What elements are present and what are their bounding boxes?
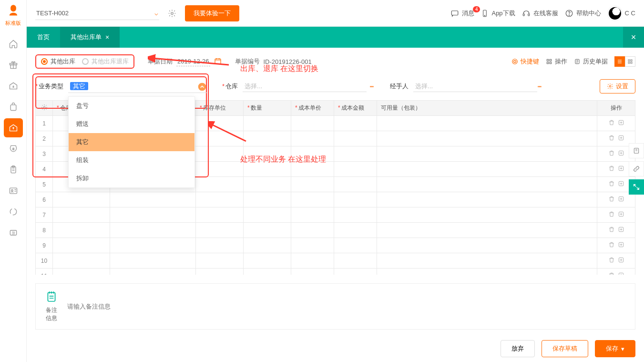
shortcut-link[interactable]: 快捷键 — [511, 57, 539, 66]
add-icon[interactable] — [618, 228, 624, 234]
delete-icon[interactable] — [608, 197, 615, 204]
save-button[interactable]: 保存▾ — [595, 340, 635, 357]
calendar-icon[interactable] — [214, 57, 222, 66]
delete-icon[interactable] — [608, 166, 615, 173]
messages-badge: 4 — [473, 6, 480, 12]
radio-other-out[interactable]: 其他出库 — [41, 57, 75, 66]
svg-rect-21 — [547, 59, 549, 61]
svg-rect-29 — [631, 62, 632, 63]
user-menu[interactable]: C C — [608, 6, 635, 21]
add-icon[interactable] — [618, 197, 624, 204]
add-icon[interactable] — [618, 243, 624, 249]
tool-note[interactable] — [629, 143, 644, 158]
nav-money[interactable] — [4, 139, 23, 158]
remarks-section: 备注信息 — [35, 283, 635, 330]
abandon-button[interactable]: 放弃 — [501, 340, 535, 357]
radio-dot-icon — [41, 58, 48, 65]
th-gear[interactable] — [36, 101, 53, 116]
table-row[interactable]: 6 — [36, 192, 635, 207]
try-button[interactable]: 我要体验一下 — [185, 5, 239, 21]
biztype-option[interactable]: 组装 — [69, 151, 194, 169]
biztype-option[interactable]: 赠送 — [69, 115, 194, 133]
tool-expand[interactable] — [629, 179, 644, 195]
tenant-name: TEST-H002 — [36, 10, 69, 17]
add-icon[interactable] — [618, 166, 624, 173]
nav-home[interactable] — [4, 34, 23, 53]
add-icon[interactable] — [618, 182, 624, 188]
view-grid[interactable] — [625, 56, 635, 67]
add-icon[interactable] — [618, 121, 624, 127]
table-row[interactable]: 9 — [36, 238, 635, 253]
svg-rect-26 — [628, 60, 630, 61]
delete-icon[interactable] — [608, 243, 615, 249]
delete-icon[interactable] — [608, 151, 615, 158]
svg-point-10 — [171, 12, 174, 14]
brand-logo — [7, 4, 20, 19]
table-row[interactable]: 7 — [36, 207, 635, 223]
svg-rect-22 — [550, 59, 552, 61]
settings-button[interactable]: 设置 — [600, 79, 635, 93]
remarks-input[interactable] — [67, 303, 626, 310]
nav-loading[interactable] — [4, 202, 23, 221]
nav-warehouse-out[interactable] — [4, 118, 23, 137]
delete-icon[interactable] — [608, 136, 615, 143]
tab-other-outbound[interactable]: 其他出库单 × — [60, 27, 120, 48]
delete-icon[interactable] — [608, 121, 615, 127]
biztype-option[interactable]: 拆卸 — [69, 169, 194, 187]
add-icon[interactable] — [618, 212, 624, 219]
delete-icon[interactable] — [608, 228, 615, 234]
table-row[interactable]: 10 — [36, 253, 635, 269]
annotation-top: 出库、退库 在这里切换 — [240, 64, 318, 74]
view-list[interactable] — [614, 56, 625, 67]
table-row[interactable]: 8 — [36, 223, 635, 238]
handler-select[interactable] — [413, 81, 537, 92]
doc-date-value[interactable]: 2019-12-26 — [176, 57, 210, 66]
help-center-button[interactable]: 帮助中心 — [565, 9, 601, 18]
more-icon[interactable]: ┅ — [538, 83, 542, 90]
add-icon[interactable] — [618, 273, 624, 275]
remarks-title: 备注信息 — [44, 306, 59, 322]
more-icon[interactable]: ┅ — [370, 83, 375, 90]
close-all-tabs[interactable]: × — [623, 27, 644, 48]
online-service-label: 在线客服 — [533, 9, 558, 18]
tenant-selector[interactable]: TEST-H002 ⌵ — [35, 7, 159, 20]
delete-icon[interactable] — [608, 182, 615, 188]
svg-rect-23 — [547, 62, 549, 64]
nav-id-card[interactable] — [4, 181, 23, 200]
add-icon[interactable] — [618, 136, 624, 143]
delete-icon[interactable] — [608, 212, 615, 219]
svg-point-19 — [512, 59, 518, 64]
app-download-button[interactable]: App下载 — [481, 9, 515, 18]
annotation-mid: 处理不同业务 在这里处理 — [240, 155, 326, 165]
delete-icon[interactable] — [608, 258, 615, 265]
radio-other-return[interactable]: 其他出库退库 — [82, 57, 129, 66]
biztype-option[interactable]: 盘亏 — [69, 97, 194, 115]
tab-home[interactable]: 首页 — [27, 27, 60, 48]
doc-date-label: 单据日期 — [148, 57, 173, 66]
table-row[interactable]: 11 — [36, 269, 635, 275]
nav-warehouse-in[interactable] — [4, 76, 23, 95]
messages-button[interactable]: 消息 4 — [450, 9, 474, 18]
nav-new[interactable]: 新 — [4, 223, 23, 242]
svg-rect-2 — [10, 105, 16, 111]
delete-icon[interactable] — [608, 273, 615, 275]
close-icon[interactable]: × — [105, 33, 109, 41]
operate-link[interactable]: 操作 — [546, 57, 567, 66]
history-link[interactable]: 历史单据 — [574, 57, 608, 66]
add-icon[interactable] — [618, 151, 624, 158]
nav-gift[interactable] — [4, 55, 23, 74]
chevron-up-icon[interactable] — [197, 82, 207, 93]
warehouse-select[interactable] — [243, 81, 367, 92]
svg-point-31 — [198, 83, 206, 91]
chevron-down-icon: ⌵ — [154, 10, 158, 17]
nav-bag[interactable] — [4, 97, 23, 116]
online-service-button[interactable]: 在线客服 — [522, 9, 558, 18]
add-icon[interactable] — [618, 258, 624, 265]
biztype-option[interactable]: 其它 — [69, 133, 194, 151]
biztype-select[interactable]: 其它 盘亏赠送其它组装拆卸 — [68, 80, 207, 93]
nav-clipboard[interactable] — [4, 160, 23, 179]
tenant-settings-button[interactable] — [166, 7, 178, 20]
tool-link[interactable] — [629, 161, 644, 176]
save-draft-button[interactable]: 保存草稿 — [542, 340, 588, 357]
out-return-radio-group: 其他出库 其他出库退库 — [35, 54, 134, 69]
